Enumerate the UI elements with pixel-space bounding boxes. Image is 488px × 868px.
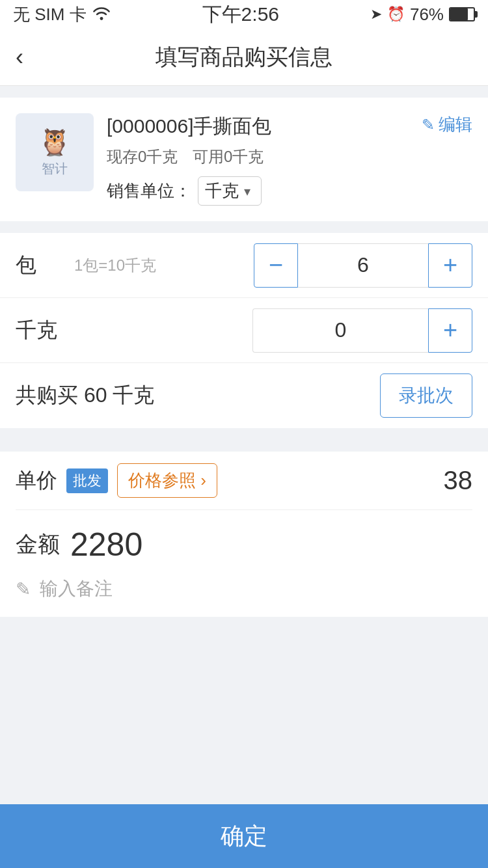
product-name: [0000006]手撕面包: [107, 113, 472, 140]
price-tag: 批发: [66, 468, 108, 493]
kg-controls: +: [252, 308, 472, 353]
package-minus-button[interactable]: −: [254, 243, 298, 288]
kg-input-row: 千克 +: [0, 298, 488, 363]
time-display: 下午2:56: [202, 1, 279, 28]
battery-text: 76%: [410, 5, 444, 25]
edit-button[interactable]: ✎ 编辑: [422, 113, 472, 136]
product-thumb-label: 智计: [42, 160, 68, 178]
price-label: 单价: [16, 467, 57, 495]
carrier-text: 无 SIM 卡: [13, 3, 87, 26]
back-button[interactable]: ‹: [16, 44, 23, 71]
price-value: 38: [444, 466, 473, 495]
status-left: 无 SIM 卡: [13, 3, 111, 26]
total-row: 共购买 60 千克 录批次: [0, 363, 488, 428]
amount-section: 金额 2280 ✎ 输入备注: [0, 510, 488, 617]
location-icon: ➤: [370, 6, 382, 23]
pencil-icon: ✎: [16, 578, 31, 600]
edit-label: 编辑: [439, 113, 472, 136]
alarm-icon: ⏰: [387, 6, 405, 23]
content-spacer: [0, 617, 488, 747]
kg-label: 千克: [16, 316, 68, 345]
price-section: 单价 批发 价格参照 › 38: [0, 452, 488, 510]
product-stock: 现存0千克 可用0千克: [107, 146, 472, 167]
package-hint: 1包=10千克: [74, 255, 254, 276]
product-logo: 🦉: [38, 127, 71, 157]
amount-row: 金额 2280: [16, 526, 472, 563]
package-plus-button[interactable]: +: [428, 243, 472, 288]
product-unit-row: 销售单位： 千克 ▾: [107, 176, 472, 206]
package-input-row: 包 1包=10千克 − +: [0, 233, 488, 298]
kg-plus-button[interactable]: +: [428, 308, 472, 353]
remark-row[interactable]: ✎ 输入备注: [16, 576, 472, 617]
package-label: 包: [16, 251, 68, 280]
battery-icon: [449, 7, 475, 21]
remark-placeholder: 输入备注: [40, 576, 113, 601]
confirm-button-label: 确定: [221, 821, 267, 852]
unit-label: 销售单位：: [107, 180, 191, 202]
product-thumbnail: 🦉 智计: [16, 113, 94, 191]
package-input[interactable]: [298, 243, 428, 288]
status-bar: 无 SIM 卡 下午2:56 ➤ ⏰ 76%: [0, 0, 488, 29]
package-controls: − +: [254, 243, 472, 288]
total-label: 共购买 60 千克: [16, 381, 154, 410]
price-row: 单价 批发 价格参照 › 38: [16, 452, 472, 510]
input-section: 包 1包=10千克 − + 千克 +: [0, 233, 488, 363]
price-ref-label: 价格参照 ›: [128, 469, 206, 492]
product-section: 🦉 智计 [0000006]手撕面包 现存0千克 可用0千克 销售单位： 千克 …: [0, 98, 488, 221]
product-info: [0000006]手撕面包 现存0千克 可用0千克 销售单位： 千克 ▾: [107, 113, 472, 206]
unit-dropdown[interactable]: 千克 ▾: [198, 176, 262, 206]
unit-value: 千克: [205, 180, 239, 202]
amount-value: 2280: [70, 526, 142, 563]
record-batch-button[interactable]: 录批次: [380, 373, 472, 418]
amount-label: 金额: [16, 530, 60, 560]
stock-text: 现存0千克: [107, 148, 178, 165]
nav-bar: ‹ 填写商品购买信息: [0, 29, 488, 86]
separator-1: [0, 428, 488, 440]
dropdown-arrow-icon: ▾: [244, 183, 251, 199]
page-title: 填写商品购买信息: [156, 42, 332, 72]
status-right: ➤ ⏰ 76%: [370, 5, 475, 25]
wifi-icon: [92, 5, 111, 25]
kg-input[interactable]: [252, 308, 428, 353]
edit-icon: ✎: [422, 116, 435, 134]
available-text: 可用0千克: [193, 148, 264, 165]
price-reference-button[interactable]: 价格参照 ›: [117, 463, 217, 498]
confirm-bar[interactable]: 确定: [0, 804, 488, 868]
